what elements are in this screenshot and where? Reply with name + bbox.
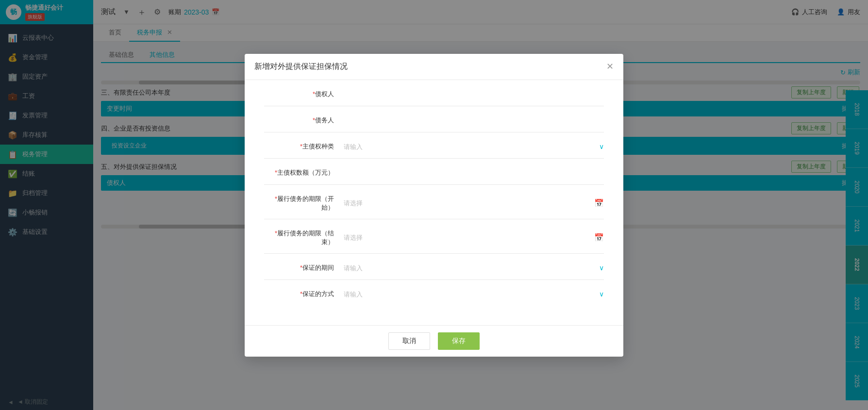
period-end-input[interactable] — [342, 233, 594, 242]
debt-type-arrow-icon[interactable]: ∨ — [599, 143, 604, 150]
period-start-label: *履行债务的期限（开始） — [264, 195, 342, 212]
creditor-input[interactable] — [342, 90, 604, 99]
creditor-input-wrap — [342, 90, 604, 99]
dialog-body: *债权人 *债务人 *主债权种类 — [245, 80, 623, 325]
debt-type-input[interactable] — [342, 142, 599, 151]
period-end-calendar-icon[interactable]: 📅 — [594, 233, 604, 242]
dialog-close-icon[interactable]: ✕ — [606, 62, 614, 71]
debtor-label: *债务人 — [264, 116, 342, 125]
form-row-period-end: *履行债务的期限（结束） 📅 — [264, 229, 604, 254]
debtor-input-wrap — [342, 116, 604, 125]
form-row-period-start: *履行债务的期限（开始） 📅 — [264, 195, 604, 219]
period-end-label: *履行债务的期限（结束） — [264, 229, 342, 246]
dialog-overlay: 新增对外提供保证担保情况 ✕ *债权人 *债务人 — [0, 0, 868, 410]
period-start-input[interactable] — [342, 198, 594, 208]
debt-amount-input[interactable] — [342, 168, 604, 178]
form-row-debt-amount: *主债权数额（万元） — [264, 168, 604, 185]
dialog-title: 新增对外提供保证担保情况 — [254, 62, 348, 72]
debt-amount-wrap — [342, 168, 604, 178]
dialog-footer: 取消 保存 — [245, 325, 623, 357]
guarantee-method-arrow-icon[interactable]: ∨ — [599, 290, 604, 298]
guarantee-period-arrow-icon[interactable]: ∨ — [599, 264, 604, 272]
form-row-guarantee-period: *保证的期间 ∨ — [264, 263, 604, 280]
debt-type-label: *主债权种类 — [264, 142, 342, 151]
debt-amount-label: *主债权数额（万元） — [264, 168, 342, 177]
form-row-creditor: *债权人 — [264, 90, 604, 106]
form-row-debtor: *债务人 — [264, 116, 604, 132]
form-row-guarantee-method: *保证的方式 ∨ — [264, 290, 604, 306]
dialog-header: 新增对外提供保证担保情况 ✕ — [245, 54, 623, 80]
period-start-wrap: 📅 — [342, 198, 604, 208]
guarantee-method-input[interactable] — [342, 290, 599, 299]
form-row-debt-type: *主债权种类 ∨ — [264, 142, 604, 159]
guarantee-method-wrap: ∨ — [342, 290, 604, 299]
period-start-calendar-icon[interactable]: 📅 — [594, 198, 604, 208]
guarantee-period-wrap: ∨ — [342, 263, 604, 273]
save-button[interactable]: 保存 — [438, 332, 480, 350]
cancel-button[interactable]: 取消 — [388, 332, 430, 350]
creditor-label: *债权人 — [264, 90, 342, 98]
guarantee-method-label: *保证的方式 — [264, 290, 342, 298]
dialog: 新增对外提供保证担保情况 ✕ *债权人 *债务人 — [245, 54, 623, 357]
guarantee-period-input[interactable] — [342, 263, 599, 273]
debtor-input[interactable] — [342, 116, 604, 125]
period-end-wrap: 📅 — [342, 233, 604, 242]
guarantee-period-label: *保证的期间 — [264, 263, 342, 272]
debt-type-wrap: ∨ — [342, 142, 604, 151]
